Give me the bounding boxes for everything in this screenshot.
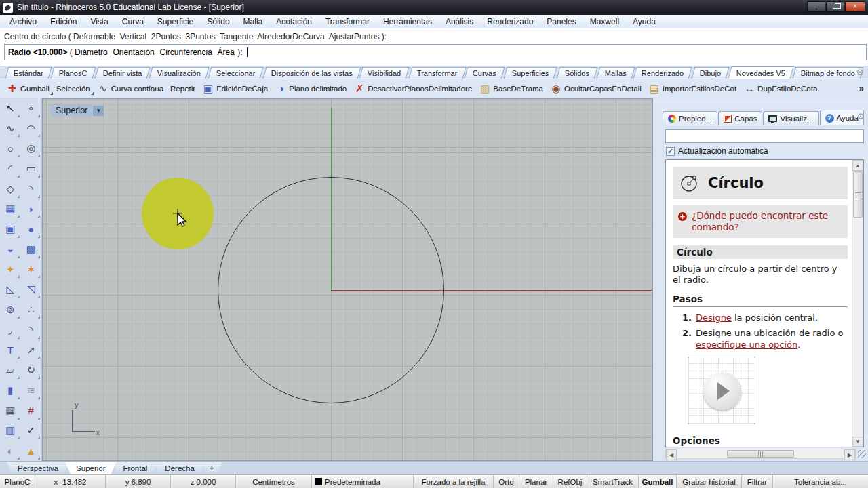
status-refobj[interactable]: RefObj [553, 475, 587, 488]
command-option[interactable]: Diámetro [75, 47, 112, 57]
menu-item[interactable]: Renderizado [480, 16, 540, 28]
especifique-link[interactable]: especifique una opción [696, 340, 797, 350]
ocultar-capas-button[interactable]: ◉ OcultarCapasEnDetall [547, 81, 645, 97]
status-layer[interactable]: Predeterminada [312, 475, 414, 488]
viewport-tab-frontal[interactable]: Frontal [113, 462, 159, 474]
group-tool[interactable]: ∴ [21, 300, 42, 320]
toolbar-overflow-chevron[interactable]: » [859, 83, 864, 94]
restore-button[interactable] [826, 1, 844, 12]
viewport-tab-superior[interactable]: Superior [65, 462, 116, 474]
command-option[interactable]: Circunferencia [159, 47, 216, 57]
toolbar-tab[interactable]: Dibujo [691, 67, 729, 79]
help-search-input[interactable] [665, 129, 864, 143]
rectangle-tool[interactable]: ▭ [21, 159, 42, 179]
circle-tool[interactable]: ○ [0, 138, 21, 159]
boolean-curve-tool[interactable]: ✦ [0, 260, 21, 280]
gear-icon[interactable]: ⚙ [856, 111, 865, 121]
scroll-down-arrow[interactable]: ▼ [852, 436, 863, 447]
status-x-coord[interactable]: x -13.482 [35, 475, 106, 488]
seleccion-button[interactable]: Selección [53, 81, 94, 97]
viewport-title[interactable]: Superior [51, 105, 92, 116]
scrollbar-thumb[interactable] [853, 171, 863, 218]
toolbar-tab[interactable]: Novedades V5 [728, 66, 793, 79]
scroll-up-arrow[interactable]: ▲ [852, 160, 863, 171]
repetir-button[interactable]: Repetir [167, 81, 199, 97]
menu-item[interactable]: Transformar [319, 16, 376, 28]
rotate-tool[interactable]: ↻ [21, 360, 42, 380]
toolbar-tab[interactable]: PlanosC [51, 67, 96, 79]
curva-continua-button[interactable]: ∿ Curva continua [94, 81, 167, 97]
toolbar-tab[interactable]: Estándar [5, 67, 52, 79]
menu-item[interactable]: Superficie [151, 16, 200, 28]
check-tool[interactable]: ✓ [21, 421, 42, 441]
gumball-button[interactable]: ✚ Gumball [3, 81, 53, 97]
toolbar-tab[interactable]: Mallas [596, 67, 635, 79]
menu-item[interactable]: Maxwell [583, 16, 626, 28]
fillet-corner-tool[interactable]: ◝ [21, 179, 42, 199]
toolbar-tab[interactable]: Bitmap de fondo [793, 67, 864, 79]
scroll-right-arrow[interactable]: ▶ [844, 449, 855, 460]
menu-item[interactable]: Curva [115, 16, 151, 28]
toolbar-tab[interactable]: Curvas [465, 67, 505, 79]
auto-update-checkbox[interactable]: ✓ [666, 147, 675, 156]
patch-surface-tool[interactable]: ◗ [21, 199, 42, 220]
text-tool[interactable]: T [0, 340, 21, 361]
command-option[interactable]: Área [218, 47, 237, 57]
join-tool[interactable]: ⊚ [0, 300, 21, 320]
viewport-tab-derecha[interactable]: Derecha [154, 462, 205, 474]
section-tool[interactable]: # [21, 401, 42, 421]
status-planar[interactable]: Planar [519, 475, 553, 488]
curve-interpolate-tool[interactable]: ◠ [21, 119, 42, 139]
toolbar-tab[interactable]: Superficies [504, 67, 557, 79]
hscrollbar-thumb[interactable] [727, 450, 794, 458]
desactivar-planos-button[interactable]: ✗ DesactivarPlanosDelimitadore [350, 81, 475, 97]
play-button[interactable] [703, 372, 741, 410]
dup-estilo-button[interactable]: ↔ DupEstiloDeCota [740, 81, 821, 97]
polygon-tool[interactable]: ◇ [0, 179, 21, 199]
scale-tool[interactable]: ↗ [21, 340, 42, 361]
viewport-menu-caret[interactable]: ▼ [93, 106, 104, 116]
toolbar-tab[interactable]: Visualización [149, 67, 210, 79]
viewport-tab-perspectiva[interactable]: Perspectiva [7, 462, 69, 474]
menu-item[interactable]: Sólido [200, 16, 236, 28]
fillet-curve-tool[interactable]: ◞ [0, 320, 21, 340]
tab-capas[interactable]: Capas [718, 111, 762, 125]
status-grid-snap[interactable]: Forzado a la rejilla [414, 475, 494, 488]
horizontal-scrollbar[interactable]: ◀ ▶ [665, 449, 856, 459]
sphere-tool[interactable]: ● [21, 219, 42, 239]
tab-propiedades[interactable]: Propied... [663, 111, 717, 125]
boolean-solid-tool[interactable]: ◐ [0, 441, 21, 461]
layer-tools[interactable]: ▥ [0, 421, 21, 441]
viewport-superior[interactable]: Superior ▼ y x [42, 98, 653, 461]
video-thumbnail[interactable] [688, 357, 755, 424]
status-planoc[interactable]: PlanoC [0, 475, 35, 488]
vertical-scrollbar[interactable]: ▲ ▼ [852, 160, 863, 447]
torus-tool[interactable]: ◒ [0, 239, 21, 260]
edicion-de-caja-button[interactable]: ▣ EdiciónDeCaja [199, 81, 271, 97]
menu-item[interactable]: Edición [43, 16, 83, 28]
minimize-button[interactable]: – [807, 1, 825, 12]
trim-tool[interactable]: ◺ [0, 279, 21, 300]
arc-tool[interactable]: ◜ [0, 159, 21, 179]
analyze-tool[interactable]: ▲ [21, 441, 42, 461]
base-de-trama-button[interactable]: ▨ BaseDeTrama [475, 81, 547, 97]
menu-item[interactable]: Paneles [540, 16, 583, 28]
menu-item[interactable]: Vista [83, 16, 115, 28]
status-tolerance[interactable]: Tolerancia ab... [773, 475, 868, 488]
importar-estilos-button[interactable]: ▤ ImportarEstilosDeCot [645, 81, 740, 97]
menu-item[interactable]: Ayuda [626, 16, 663, 28]
surface-grid-tool[interactable]: ▩ [21, 239, 42, 260]
menu-item[interactable]: Malla [237, 16, 270, 28]
toolbar-tab[interactable]: Transformar [408, 67, 465, 79]
polyline-tool[interactable]: ∿ [0, 119, 21, 139]
extend-curve-tool[interactable]: ◝ [21, 320, 42, 340]
toolbar-tab[interactable]: Definir vista [94, 67, 150, 79]
scroll-left-arrow[interactable]: ◀ [666, 449, 677, 460]
status-smarttrack[interactable]: SmartTrack [587, 475, 639, 488]
tab-visualizacion[interactable]: Visualiz... [763, 111, 818, 125]
surface-points-tool[interactable]: ▦ [0, 199, 21, 220]
lights-tool[interactable]: ≋ [21, 380, 42, 401]
point-tool[interactable]: ∘ [21, 98, 42, 119]
box-tool[interactable]: ▣ [0, 219, 21, 239]
split-tool[interactable]: ◹ [21, 279, 42, 300]
